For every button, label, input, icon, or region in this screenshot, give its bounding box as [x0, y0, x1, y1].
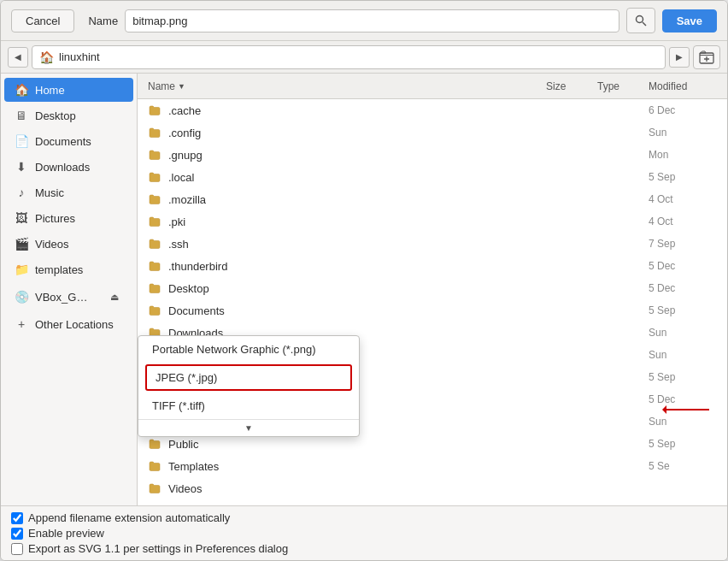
file-name: Desktop — [168, 282, 546, 295]
nav-forward-button[interactable]: ▶ — [669, 47, 690, 68]
append-extension-checkbox[interactable] — [11, 512, 23, 524]
red-arrow-annotation — [662, 401, 713, 418]
sidebar-item-downloads[interactable]: ⬇ Downloads — [4, 155, 133, 179]
eject-button[interactable]: ⏏ — [106, 288, 123, 305]
svg-marker-6 — [662, 405, 666, 414]
file-modified: 7 Sep — [649, 238, 717, 250]
col-type-header: Type — [597, 80, 649, 92]
file-name: .local — [168, 171, 546, 184]
format-option-tiff[interactable]: TIFF (*.tiff) — [138, 393, 359, 419]
file-modified: 6 Dec — [649, 104, 717, 116]
main-area: 🏠 Home 🖥 Desktop 📄 Documents ⬇ Downloads… — [1, 74, 727, 505]
folder-icon — [148, 148, 161, 162]
file-modified: Sun — [649, 349, 717, 361]
file-row[interactable]: .gnupg Mon — [138, 144, 727, 166]
file-name: .gnupg — [168, 149, 546, 162]
sidebar-item-other-locations-label: Other Locations — [35, 318, 114, 331]
nav-bar: ◀ 🏠 linuxhint ▶ — [1, 41, 727, 74]
file-row[interactable]: .local 5 Sep — [138, 166, 727, 188]
filename-input[interactable] — [125, 9, 619, 32]
save-button[interactable]: Save — [662, 9, 717, 32]
sidebar-item-home[interactable]: 🏠 Home — [4, 78, 133, 102]
sidebar-item-videos[interactable]: 🎬 Videos — [4, 232, 133, 256]
col-modified-header: Modified — [649, 80, 717, 92]
dropdown-scroll-arrow: ▼ — [244, 423, 253, 433]
sort-arrow-icon: ▼ — [178, 82, 185, 91]
folder-icon — [148, 281, 161, 295]
append-extension-label: Append filename extension automatically — [28, 511, 230, 524]
cancel-button[interactable]: Cancel — [11, 9, 74, 32]
sidebar-item-music[interactable]: ♪ Music — [4, 180, 133, 204]
file-row[interactable]: Documents 5 Sep — [138, 299, 727, 322]
svg-point-0 — [636, 16, 643, 23]
search-button[interactable] — [626, 8, 655, 33]
documents-icon: 📄 — [15, 134, 28, 148]
sidebar-item-templates[interactable]: 📁 templates — [4, 257, 133, 281]
folder-icon — [148, 192, 161, 206]
file-row[interactable]: Templates 5 Se — [138, 455, 727, 477]
nav-back-button[interactable]: ◀ — [8, 47, 28, 68]
sidebar-item-other-locations[interactable]: + Other Locations — [4, 312, 133, 336]
file-modified: 5 Dec — [649, 282, 717, 294]
name-label: Name — [88, 15, 118, 27]
file-modified: 4 Oct — [649, 193, 717, 205]
file-modified: 5 Sep — [649, 438, 717, 450]
sidebar-item-vbox[interactable]: 💿 VBox_G… ⏏ — [4, 283, 133, 310]
file-row[interactable]: Desktop 5 Dec — [138, 277, 727, 299]
file-row[interactable]: Videos — [138, 477, 727, 499]
music-icon: ♪ — [15, 186, 28, 199]
other-locations-icon: + — [15, 317, 28, 331]
sidebar: 🏠 Home 🖥 Desktop 📄 Documents ⬇ Downloads… — [1, 74, 138, 505]
file-row[interactable]: .config Sun — [138, 121, 727, 144]
file-name: Videos — [168, 482, 546, 495]
nav-location-label: linuxhint — [59, 50, 100, 63]
folder-icon — [148, 304, 161, 317]
sidebar-item-desktop-label: Desktop — [35, 109, 76, 122]
file-row[interactable]: .cache 6 Dec — [138, 99, 727, 121]
folder-icon — [148, 215, 161, 228]
file-row[interactable]: .ssh 7 Sep — [138, 233, 727, 255]
sidebar-item-documents[interactable]: 📄 Documents — [4, 129, 133, 153]
sidebar-item-documents-label: Documents — [35, 135, 91, 148]
file-row[interactable]: .thunderbird 5 Dec — [138, 255, 727, 277]
export-svg-checkbox[interactable] — [11, 543, 23, 555]
sidebar-item-desktop[interactable]: 🖥 Desktop — [4, 103, 133, 127]
enable-preview-row: Enable preview — [11, 527, 717, 540]
home-nav-icon: 🏠 — [39, 50, 54, 64]
format-option-png[interactable]: Portable Network Graphic (*.png) — [138, 336, 359, 363]
sidebar-item-pictures[interactable]: 🖼 Pictures — [4, 206, 133, 230]
file-name: .mozilla — [168, 193, 546, 206]
file-name: .thunderbird — [168, 260, 546, 273]
file-list: .cache 6 Dec .config Sun .gnupg — [138, 99, 727, 505]
sidebar-item-pictures-label: Pictures — [35, 212, 75, 225]
file-list-header: Name ▼ Size Type Modified — [138, 74, 727, 99]
sidebar-item-vbox-label: VBox_G… — [35, 291, 87, 304]
file-row[interactable]: .mozilla 4 Oct — [138, 188, 727, 210]
new-folder-button[interactable] — [693, 45, 720, 69]
file-row[interactable]: .pki 4 Oct — [138, 210, 727, 233]
folder-icon — [148, 459, 161, 473]
file-modified: 4 Oct — [649, 216, 717, 227]
folder-icon — [148, 126, 161, 139]
col-name-header[interactable]: Name ▼ — [148, 80, 546, 92]
enable-preview-label: Enable preview — [28, 527, 104, 540]
home-icon: 🏠 — [15, 83, 28, 97]
format-option-jpg[interactable]: JPEG (*.jpg) — [145, 364, 352, 391]
dialog-header: Cancel Name Save — [1, 1, 727, 41]
bottom-bar: Append filename extension automatically … — [1, 505, 727, 560]
file-name: .config — [168, 127, 546, 139]
folder-icon — [148, 170, 161, 184]
col-size-header: Size — [546, 80, 597, 92]
folder-icon — [148, 237, 161, 251]
desktop-icon: 🖥 — [15, 109, 28, 122]
svg-line-1 — [643, 22, 646, 26]
file-name: Templates — [168, 460, 546, 473]
templates-icon: 📁 — [15, 263, 28, 276]
file-modified: Sun — [649, 327, 717, 339]
enable-preview-checkbox[interactable] — [11, 528, 23, 540]
export-svg-row: Export as SVG 1.1 per settings in Prefer… — [11, 542, 717, 555]
search-icon — [634, 14, 648, 27]
file-area: Name ▼ Size Type Modified .cache 6 Dec — [138, 74, 727, 505]
export-svg-label: Export as SVG 1.1 per settings in Prefer… — [28, 542, 288, 555]
file-name: .ssh — [168, 238, 546, 251]
